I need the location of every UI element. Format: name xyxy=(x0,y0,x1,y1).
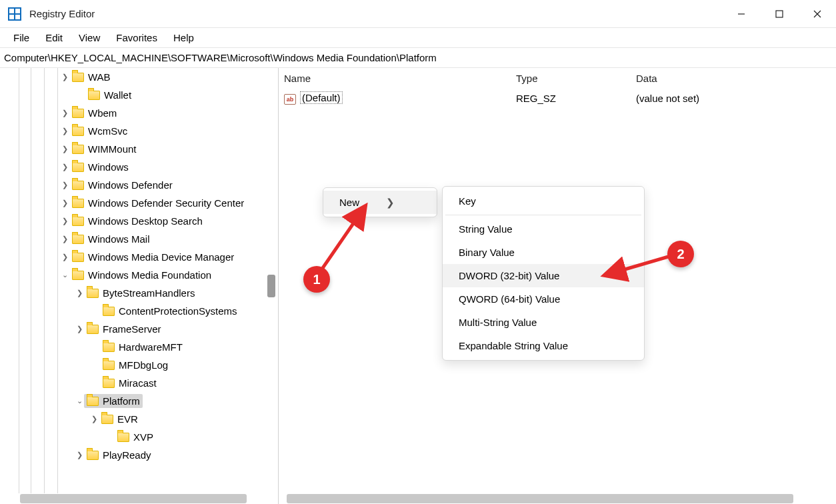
tree-item[interactable]: ❯PlayReady xyxy=(0,446,278,464)
col-header-data[interactable]: Data xyxy=(631,73,836,84)
folder-icon xyxy=(72,253,84,262)
tree-item-label: Platform xyxy=(103,395,140,407)
expand-collapse-icon[interactable]: ⌄ xyxy=(60,271,69,279)
tree-item[interactable]: ❯WcmSvc xyxy=(0,122,278,140)
folder-icon xyxy=(72,145,84,154)
expand-collapse-icon[interactable]: ❯ xyxy=(60,73,69,81)
tree-item-label: Windows Desktop Search xyxy=(88,215,203,227)
expand-collapse-icon[interactable]: ❯ xyxy=(60,127,69,135)
tree-item-label: FrameServer xyxy=(103,323,161,335)
tree-item[interactable]: ❯Windows Defender Security Center xyxy=(0,194,278,212)
values-horizontal-scrollbar[interactable] xyxy=(279,493,836,504)
tree-item-label: Windows Defender Security Center xyxy=(88,197,244,209)
tree-item[interactable]: ⌄Platform xyxy=(0,392,278,410)
expand-collapse-icon[interactable]: ❯ xyxy=(89,415,99,423)
value-row[interactable]: ab(Default) REG_SZ (value not set) xyxy=(279,88,836,108)
menu-help[interactable]: Help xyxy=(167,31,201,45)
tree-item[interactable]: Miracast xyxy=(0,374,278,392)
folder-icon xyxy=(117,433,129,442)
tree-item[interactable]: Wallet xyxy=(0,86,278,104)
tree-item-label: ContentProtectionSystems xyxy=(119,305,237,317)
expand-collapse-icon[interactable]: ❯ xyxy=(60,217,69,225)
folder-icon xyxy=(87,325,99,334)
tree-item[interactable]: ❯WIMMount xyxy=(0,140,278,158)
tree-item[interactable]: HardwareMFT xyxy=(0,338,278,356)
folder-icon xyxy=(103,361,115,370)
new-dword-value[interactable]: DWORD (32-bit) Value xyxy=(443,264,644,287)
tree-item[interactable]: ❯EVR xyxy=(0,410,278,428)
tree-item-label: PlayReady xyxy=(103,449,151,461)
expand-collapse-icon[interactable]: ❯ xyxy=(75,451,84,459)
expand-collapse-icon[interactable]: ❯ xyxy=(60,253,69,261)
tree-item-label: HardwareMFT xyxy=(119,341,183,353)
window-title: Registry Editor xyxy=(29,8,95,19)
folder-icon xyxy=(72,127,84,136)
app-icon xyxy=(8,7,21,21)
expand-collapse-icon[interactable]: ❯ xyxy=(60,163,69,171)
tree-item[interactable]: XVP xyxy=(0,428,278,446)
tree-item[interactable]: ⌄Windows Media Foundation xyxy=(0,266,278,284)
value-name: (Default) xyxy=(300,91,343,104)
expand-collapse-icon[interactable]: ❯ xyxy=(60,109,69,117)
new-key[interactable]: Key xyxy=(443,189,644,213)
annotation-step-2: 2 xyxy=(667,241,694,267)
expand-collapse-icon[interactable]: ⌄ xyxy=(75,397,84,405)
tree-item[interactable]: ❯Windows Mail xyxy=(0,230,278,248)
folder-icon xyxy=(87,397,99,406)
menu-view[interactable]: View xyxy=(72,31,107,45)
context-menu-new[interactable]: New ❯ xyxy=(323,191,437,214)
tree-item-label: XVP xyxy=(133,431,153,443)
folder-icon xyxy=(72,109,84,118)
folder-icon xyxy=(72,199,84,208)
tree-item[interactable]: ❯WAB xyxy=(0,68,278,86)
expand-collapse-icon[interactable]: ❯ xyxy=(75,289,84,297)
new-qword-value[interactable]: QWORD (64-bit) Value xyxy=(443,287,644,311)
menu-edit[interactable]: Edit xyxy=(39,31,69,45)
context-menu-new-label: New xyxy=(339,197,359,208)
expand-collapse-icon[interactable]: ❯ xyxy=(60,235,69,243)
new-binary-value[interactable]: Binary Value xyxy=(443,241,644,264)
menu-favorites[interactable]: Favorites xyxy=(109,31,164,45)
new-expandable-string-value[interactable]: Expandable String Value xyxy=(443,334,644,357)
folder-icon xyxy=(72,163,84,172)
tree-item[interactable]: ❯Windows Defender xyxy=(0,176,278,194)
tree-item[interactable]: ❯Windows xyxy=(0,158,278,176)
tree-item-label: WcmSvc xyxy=(88,125,127,137)
context-menu: New ❯ xyxy=(323,187,437,217)
expand-collapse-icon[interactable]: ❯ xyxy=(60,199,69,207)
svg-rect-1 xyxy=(776,11,783,17)
tree-item-label: Windows xyxy=(88,161,129,173)
tree-item[interactable]: ❯FrameServer xyxy=(0,320,278,338)
col-header-name[interactable]: Name xyxy=(279,73,511,84)
folder-icon xyxy=(72,73,84,82)
tree-item-label: MFDbgLog xyxy=(119,359,168,371)
tree-item[interactable]: ContentProtectionSystems xyxy=(0,302,278,320)
minimize-button[interactable] xyxy=(722,0,760,28)
expand-collapse-icon[interactable]: ❯ xyxy=(60,145,69,153)
tree-item[interactable]: ❯Wbem xyxy=(0,104,278,122)
new-multi-string-value[interactable]: Multi-String Value xyxy=(443,311,644,334)
menu-file[interactable]: File xyxy=(7,31,36,45)
maximize-button[interactable] xyxy=(760,0,798,28)
expand-collapse-icon[interactable]: ❯ xyxy=(60,181,69,189)
tree-item-label: Windows Mail xyxy=(88,233,150,245)
address-bar[interactable]: Computer\HKEY_LOCAL_MACHINE\SOFTWARE\Mic… xyxy=(0,48,836,68)
tree-item[interactable]: ❯Windows Media Device Manager xyxy=(0,248,278,266)
new-string-value[interactable]: String Value xyxy=(443,217,644,241)
close-button[interactable] xyxy=(798,0,836,28)
folder-icon xyxy=(72,181,84,190)
tree-item[interactable]: MFDbgLog xyxy=(0,356,278,374)
window-controls xyxy=(722,0,836,28)
menu-separator xyxy=(445,215,641,215)
tree-item-label: Windows Media Device Manager xyxy=(88,251,234,263)
list-header: Name Type Data xyxy=(279,68,836,88)
tree-item[interactable]: ❯Windows Desktop Search xyxy=(0,212,278,230)
expand-collapse-icon[interactable]: ❯ xyxy=(75,325,84,333)
col-header-type[interactable]: Type xyxy=(511,73,631,84)
tree-horizontal-scrollbar[interactable] xyxy=(0,493,278,504)
tree-item[interactable]: ❯ByteStreamHandlers xyxy=(0,284,278,302)
tree-item-label: Windows Media Foundation xyxy=(88,269,211,281)
tree-vertical-scrollbar[interactable] xyxy=(266,68,278,493)
folder-icon xyxy=(87,289,99,298)
tree-item-label: Windows Defender xyxy=(88,179,173,191)
